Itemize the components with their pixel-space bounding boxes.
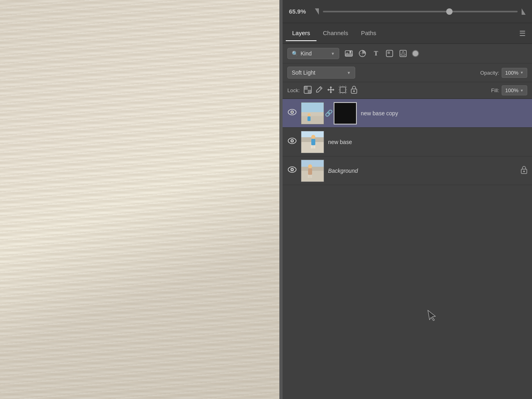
pixel-filter-icon[interactable]: [412, 50, 419, 57]
lock-icons: [304, 86, 357, 95]
empty-layers-area: [283, 249, 532, 399]
smart-filter-icon[interactable]: [398, 49, 408, 58]
tab-paths[interactable]: Paths: [354, 26, 382, 41]
svg-point-29: [353, 90, 355, 92]
kind-dropdown[interactable]: 🔍 Kind ▼: [287, 48, 339, 59]
layer-link-icon: 🔗: [325, 109, 333, 117]
canvas-area: [0, 0, 279, 399]
search-icon: 🔍: [292, 51, 298, 57]
svg-point-59: [523, 170, 525, 172]
kind-label: Kind: [301, 50, 312, 57]
svg-rect-35: [301, 112, 324, 116]
canvas-texture: [0, 0, 279, 399]
blend-mode-row: Soft Light ▼ Opacity: 100% ▼: [283, 63, 532, 82]
opacity-label: Opacity:: [480, 70, 499, 76]
layer-name-new-base: new base: [328, 139, 527, 145]
tab-channels[interactable]: Channels: [316, 26, 354, 41]
image-filter-icon[interactable]: [344, 49, 354, 58]
layers-panel: Layers Channels Paths ☰ 🔍 Kind ▼: [283, 23, 532, 399]
adjustment-filter-icon[interactable]: [358, 49, 367, 58]
layer-thumb-mask-new-base-copy: [334, 102, 357, 124]
svg-point-36: [307, 113, 310, 117]
mouse-cursor: [426, 308, 438, 326]
lock-label: Lock:: [287, 87, 300, 93]
svg-rect-53: [301, 167, 324, 171]
opacity-value[interactable]: 100% ▼: [502, 68, 527, 78]
layer-thumb-image-new-base-copy: [301, 102, 324, 124]
zoom-slider-container: [323, 11, 518, 12]
panel-divider: [279, 0, 283, 399]
opacity-control: Opacity: 100% ▼: [480, 68, 527, 78]
zoom-slider[interactable]: [323, 11, 518, 12]
blend-mode-value: Soft Light: [292, 69, 315, 76]
filter-row: 🔍 Kind ▼: [283, 44, 532, 63]
fill-control: Fill: 100% ▼: [491, 85, 527, 95]
svg-marker-12: [330, 92, 332, 93]
shape-filter-icon[interactable]: [385, 49, 394, 58]
layer-name-new-base-copy: new base copy: [361, 110, 527, 117]
lock-row: Lock:: [283, 82, 532, 99]
lock-all-icon[interactable]: [351, 86, 357, 95]
checkerboard-lock-icon[interactable]: [304, 86, 312, 95]
layer-item-background[interactable]: Background: [283, 156, 532, 185]
svg-point-54: [308, 164, 312, 168]
svg-rect-9: [304, 86, 308, 90]
zoom-decrease-button[interactable]: [315, 8, 319, 15]
layer-item-new-base-copy[interactable]: 🔗 new base copy: [283, 99, 532, 128]
brush-lock-icon[interactable]: [316, 86, 323, 95]
svg-rect-7: [401, 54, 405, 55]
layer-lock-background: [521, 166, 527, 176]
svg-rect-46: [311, 145, 313, 148]
svg-rect-10: [308, 90, 311, 93]
svg-point-50: [291, 169, 293, 170]
svg-rect-55: [308, 168, 312, 175]
layer-visibility-background[interactable]: [287, 166, 297, 175]
type-filter-icon[interactable]: T: [371, 49, 381, 58]
svg-point-44: [311, 135, 315, 139]
zoom-increase-button[interactable]: [522, 8, 526, 15]
svg-rect-15: [340, 87, 346, 93]
svg-rect-57: [310, 175, 312, 178]
zoom-value: 65.9%: [289, 8, 311, 15]
layer-visibility-new-base[interactable]: [287, 138, 297, 146]
tab-layers[interactable]: Layers: [286, 26, 316, 41]
svg-rect-5: [388, 51, 390, 54]
svg-marker-11: [330, 86, 332, 88]
fill-label: Fill:: [491, 87, 499, 93]
svg-rect-56: [308, 175, 310, 178]
svg-point-2: [350, 51, 352, 53]
fill-arrow: ▼: [520, 89, 524, 93]
layer-thumbs-new-base-copy: 🔗: [301, 102, 357, 124]
fill-value[interactable]: 100% ▼: [502, 85, 527, 95]
opacity-arrow: ▼: [520, 71, 524, 75]
thumb-image: [301, 103, 324, 124]
move-lock-icon[interactable]: [327, 86, 335, 95]
svg-rect-47: [313, 145, 315, 148]
layer-item-new-base[interactable]: new base: [283, 128, 532, 156]
svg-marker-13: [327, 89, 329, 91]
blend-mode-arrow: ▼: [347, 71, 351, 75]
zoom-slider-thumb[interactable]: [446, 8, 453, 15]
blend-mode-dropdown[interactable]: Soft Light ▼: [287, 67, 355, 79]
svg-rect-37: [307, 116, 310, 121]
kind-dropdown-arrow: ▼: [331, 51, 335, 56]
layer-name-background: Background: [328, 168, 517, 174]
zoom-bar: 65.9%: [283, 0, 532, 23]
layer-thumb-new-base: [301, 131, 324, 153]
svg-rect-45: [311, 139, 315, 145]
panel-menu-icon[interactable]: ☰: [516, 28, 529, 40]
artboard-lock-icon[interactable]: [339, 86, 347, 95]
svg-point-40: [291, 140, 293, 142]
svg-point-32: [291, 111, 293, 113]
svg-marker-1: [345, 52, 352, 56]
svg-marker-14: [333, 89, 334, 91]
layer-thumb-background: [301, 160, 324, 182]
filter-icons: T: [344, 49, 419, 58]
tab-bar: Layers Channels Paths ☰: [283, 23, 532, 44]
layers-list: 🔗 new base copy: [283, 99, 532, 249]
right-panel: 65.9% Layers Channels Paths ☰ 🔍 Kind ▼: [283, 0, 532, 399]
layer-visibility-new-base-copy[interactable]: [287, 109, 297, 117]
